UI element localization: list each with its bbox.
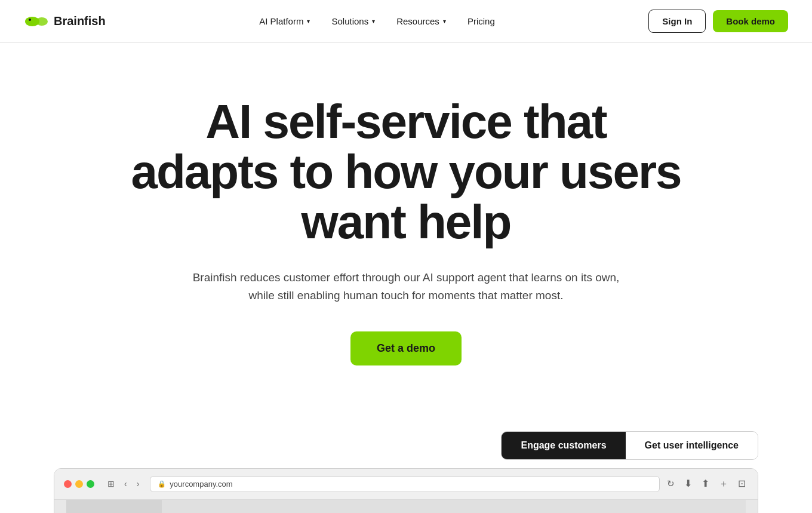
share-icon[interactable]: ⬆ (699, 477, 712, 492)
nav-item-resources[interactable]: Resources ▾ (388, 11, 454, 31)
nav-link-ai-platform[interactable]: AI Platform ▾ (251, 11, 318, 31)
browser-window: ⊞ ‹ › 🔒 yourcompany.com ↻ ⬇ ⬆ ＋ ⊡ Your P… (54, 468, 758, 513)
address-bar[interactable]: 🔒 yourcompany.com (150, 476, 660, 492)
chevron-down-icon: ▾ (307, 18, 310, 24)
svg-point-2 (29, 19, 31, 21)
hero-title: AI self-service that adapts to how your … (102, 97, 710, 247)
navbar: Brainfish AI Platform ▾ Solutions ▾ Reso… (0, 0, 812, 43)
lock-icon: 🔒 (158, 480, 166, 488)
close-window-button[interactable] (64, 480, 72, 488)
tabs-bar: Engage customers Get user intelligence (501, 431, 758, 460)
new-tab-icon[interactable]: ＋ (716, 477, 731, 492)
layout-icon[interactable]: ⊞ (104, 478, 118, 490)
nav-item-solutions[interactable]: Solutions ▾ (323, 11, 383, 31)
refresh-icon[interactable]: ↻ (667, 478, 675, 489)
chevron-down-icon: ▾ (372, 18, 375, 24)
tab-user-intelligence[interactable]: Get user intelligence (626, 432, 758, 459)
browser-sidebar: Your Product (66, 500, 162, 513)
browser-main-content (162, 500, 746, 513)
brainfish-logo-icon (24, 13, 49, 30)
forward-icon[interactable]: › (133, 478, 143, 490)
hero-section: AI self-service that adapts to how your … (78, 43, 734, 401)
minimize-window-button[interactable] (75, 480, 83, 488)
tab-engage-customers[interactable]: Engage customers (502, 432, 625, 459)
extensions-icon[interactable]: ⊡ (736, 477, 748, 492)
svg-point-1 (36, 17, 48, 26)
browser-toolbar: ⊞ ‹ › 🔒 yourcompany.com ↻ ⬇ ⬆ ＋ ⊡ (54, 469, 758, 500)
browser-window-controls (64, 480, 94, 488)
hero-subtitle: Brainfish reduces customer effort throug… (188, 269, 624, 305)
nav-actions: Sign In Book demo (648, 10, 788, 33)
logo-text: Brainfish (54, 14, 106, 28)
browser-content: Your Product (54, 500, 758, 513)
nav-links: AI Platform ▾ Solutions ▾ Resources ▾ Pr… (251, 11, 503, 31)
nav-item-pricing[interactable]: Pricing (459, 11, 503, 31)
nav-item-ai-platform[interactable]: AI Platform ▾ (251, 11, 318, 31)
back-icon[interactable]: ‹ (121, 478, 131, 490)
nav-link-resources[interactable]: Resources ▾ (388, 11, 454, 31)
browser-section: ⊞ ‹ › 🔒 yourcompany.com ↻ ⬇ ⬆ ＋ ⊡ Your P… (18, 468, 794, 513)
browser-toolbar-actions: ⬇ ⬆ ＋ ⊡ (682, 477, 748, 492)
download-icon[interactable]: ⬇ (682, 477, 694, 492)
signin-button[interactable]: Sign In (648, 10, 706, 33)
chevron-down-icon: ▾ (443, 18, 446, 24)
nav-link-pricing[interactable]: Pricing (459, 11, 503, 31)
get-demo-button[interactable]: Get a demo (350, 331, 462, 365)
browser-nav-icons: ⊞ ‹ › (104, 478, 143, 490)
tabs-section: Engage customers Get user intelligence (18, 431, 794, 460)
nav-link-solutions[interactable]: Solutions ▾ (323, 11, 383, 31)
url-text: yourcompany.com (170, 480, 232, 489)
logo[interactable]: Brainfish (24, 13, 106, 30)
maximize-window-button[interactable] (87, 480, 94, 488)
book-demo-button[interactable]: Book demo (713, 10, 788, 32)
